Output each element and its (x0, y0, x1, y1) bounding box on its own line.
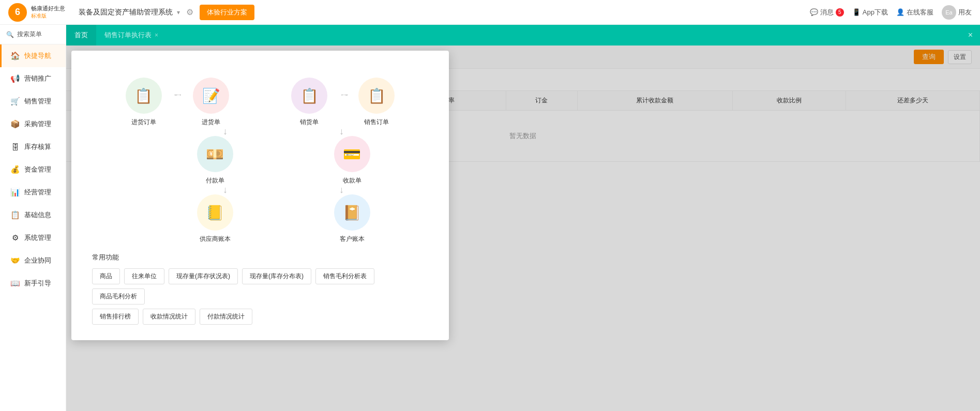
func-buttons-row2: 销售排行榜 收款情况统计 付款情况统计 (92, 309, 428, 325)
flow-node-purchase-order[interactable]: 📋 进货订单 (126, 78, 162, 127)
content-main: ❓ 帮助 🖨 按模板打印 ▾ ⬆ 导出 ↻ 刷新 (66, 45, 980, 411)
dropdown-icon[interactable]: ▾ (177, 9, 180, 16)
modal-overlay: 📋 进货订单 - - - - → (66, 45, 980, 411)
avatar-text: Ea (945, 9, 952, 16)
message-button[interactable]: 💬 消息 5 (810, 8, 844, 17)
sidebar-item-basic-info[interactable]: 📋 基础信息 (0, 204, 66, 226)
message-icon: 💬 (810, 8, 818, 16)
sidebar-item-quick-nav[interactable]: 🏠 快捷导航 (0, 44, 66, 67)
sidebar-item-guide[interactable]: 📖 新手引导 (0, 272, 66, 295)
content-area: 首页 销售订单执行表 × × ❓ 帮助 🖨 按 (66, 25, 980, 411)
search-bar[interactable]: 🔍 搜索菜单 (0, 25, 66, 44)
flow-node-payment[interactable]: 💴 付款单 (197, 136, 233, 185)
flow-node-customer-ledger[interactable]: 📔 客户账本 (334, 194, 370, 243)
logo-icon: 6 (8, 3, 27, 22)
sidebar-item-purchase[interactable]: 📦 采购管理 (0, 113, 66, 135)
avatar: Ea (942, 5, 956, 20)
sidebar-item-operation[interactable]: 📊 经营管理 (0, 181, 66, 204)
tab-sales-exec[interactable]: 销售订单执行表 × (96, 25, 167, 45)
common-functions-title: 常用功能 (92, 253, 428, 262)
func-btn-sales-gross[interactable]: 销售毛利分析表 (315, 268, 374, 284)
close-all-tabs[interactable]: × (961, 25, 980, 45)
func-buttons-row1: 商品 往来单位 现存量(库存状况表) 现存量(库存分布表) 销售毛利分析表 商品… (92, 268, 428, 305)
app-icon: 📱 (852, 8, 861, 16)
modal-content: 📋 进货订单 - - - - → (71, 51, 449, 340)
modal-box: 📋 进货订单 - - - - → (71, 51, 449, 340)
purchase-icon: 📦 (10, 119, 20, 129)
sidebar-item-inventory[interactable]: 🗄 库存核算 (0, 135, 66, 158)
flow-diagram: 📋 进货订单 - - - - → (92, 67, 428, 249)
flow-node-sales-order[interactable]: 📋 销售订单 (358, 78, 395, 127)
system-name: 装备及固定资产辅助管理系统 (79, 8, 173, 17)
supplier-ledger-icon: 📒 (197, 194, 233, 231)
system-icon: ⚙ (10, 233, 20, 243)
func-btn-payment-stats[interactable]: 付款情况统计 (200, 309, 252, 325)
top-right-area: 💬 消息 5 📱 App下载 👤 在线客服 Ea 用友 (810, 5, 972, 20)
func-btn-product[interactable]: 商品 (92, 268, 120, 284)
basic-info-icon: 📋 (10, 210, 20, 220)
operation-icon: 📊 (10, 187, 20, 197)
home-icon: 🏠 (10, 51, 20, 61)
func-btn-product-gross[interactable]: 商品毛利分析 (92, 288, 145, 305)
flow-node-supplier-ledger[interactable]: 📒 供应商账本 (197, 194, 233, 243)
tab-bar: 首页 销售订单执行表 × × (66, 25, 980, 45)
sidebar-item-marketing[interactable]: 📢 营销推广 (0, 67, 66, 90)
flow-node-receipt[interactable]: 💳 收款单 (334, 136, 370, 185)
receipt-icon: 💳 (334, 136, 370, 172)
payment-icon: 💴 (197, 136, 233, 172)
sidebar-item-sales[interactable]: 🛒 销售管理 (0, 90, 66, 113)
service-icon: 👤 (896, 8, 904, 16)
finance-icon: 💰 (10, 164, 20, 175)
purchase-order-icon: 📋 (126, 78, 162, 114)
settings-icon[interactable]: ⚙ (186, 7, 193, 17)
arrow-h-1: - - - - → (174, 90, 180, 99)
common-functions: 常用功能 商品 往来单位 现存量(库存状况表) 现存量(库存分布表) 销售毛利分… (92, 249, 428, 337)
func-btn-sales-rank[interactable]: 销售排行榜 (92, 309, 139, 325)
guide-icon: 📖 (10, 278, 20, 288)
tab-home[interactable]: 首页 (66, 25, 96, 45)
arrow-h-2: ← - - - - (340, 90, 346, 99)
tab-close-icon[interactable]: × (155, 32, 158, 39)
user-menu[interactable]: Ea 用友 (942, 5, 972, 20)
func-btn-stock-status[interactable]: 现存量(库存状况表) (169, 268, 238, 284)
message-badge: 5 (836, 8, 844, 17)
flow-node-purchase-bill[interactable]: 📝 进货单 (193, 78, 229, 127)
purchase-bill-icon: 📝 (193, 78, 229, 114)
search-icon: 🔍 (6, 31, 14, 38)
nav-items: 🏠 快捷导航 📢 营销推广 🛒 销售管理 📦 采购管理 🗄 库存核 (0, 44, 66, 411)
sales-bill-icon: 📋 (291, 78, 327, 114)
sales-order-icon: 📋 (358, 78, 395, 114)
app-download-button[interactable]: 📱 App下载 (852, 8, 888, 17)
flow-node-sales-bill[interactable]: 📋 销货单 (291, 78, 327, 127)
sidebar-item-system[interactable]: ⚙ 系统管理 (0, 226, 66, 249)
logo-area: 6 畅康通好生意 标准版 (8, 3, 74, 22)
sidebar: 🔍 搜索菜单 🏠 快捷导航 📢 营销推广 🛒 销售管理 📦 (0, 25, 66, 411)
trial-button[interactable]: 体验行业方案 (200, 5, 254, 20)
enterprise-icon: 🤝 (10, 255, 20, 266)
sidebar-item-enterprise[interactable]: 🤝 企业协同 (0, 249, 66, 272)
func-btn-partner[interactable]: 往来单位 (124, 268, 164, 284)
func-btn-stock-dist[interactable]: 现存量(库存分布表) (242, 268, 311, 284)
sidebar-item-finance[interactable]: 💰 资金管理 (0, 158, 66, 181)
inventory-icon: 🗄 (10, 142, 20, 152)
system-title: 装备及固定资产辅助管理系统 ▾ ⚙ (79, 7, 193, 17)
customer-ledger-icon: 📔 (334, 194, 370, 231)
online-service-button[interactable]: 👤 在线客服 (896, 8, 933, 17)
func-btn-receipt-stats[interactable]: 收款情况统计 (143, 309, 195, 325)
sales-icon: 🛒 (10, 96, 20, 106)
marketing-icon: 📢 (10, 73, 20, 84)
logo-text: 畅康通好生意 标准版 (31, 5, 65, 19)
